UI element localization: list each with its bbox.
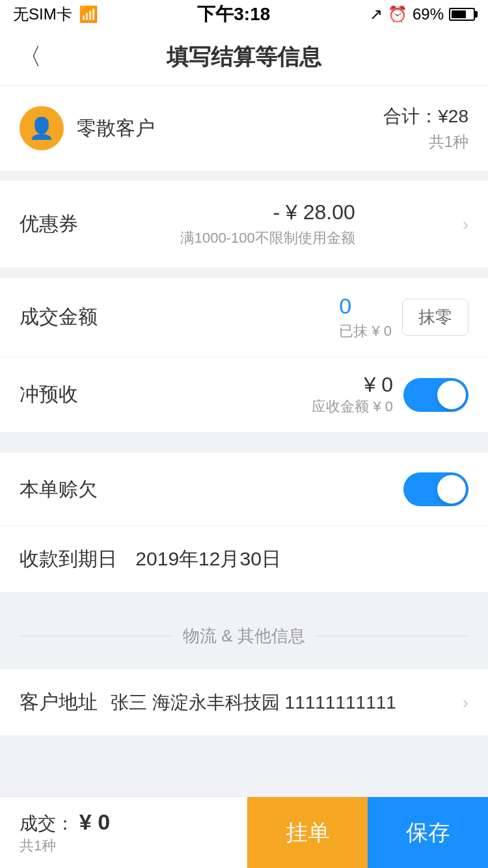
coupon-label: 优惠券 [20,211,78,237]
address-label: 客户地址 [20,689,98,716]
coupon-right: - ¥ 28.00 满1000-100不限制使用金额 [180,200,355,248]
transaction-label: 成交金额 [20,304,98,331]
avatar-icon: 👤 [29,116,55,141]
bottom-summary-count: 共1种 [20,836,228,856]
credit-toggle[interactable] [403,472,468,506]
nav-bar: 〈 填写结算等信息 [0,29,488,86]
due-date-label: 收款到期日 [20,548,117,569]
section-divider-3 [0,603,488,613]
transaction-section: 成交金额 0 已抹 ¥ 0 抹零 冲预收 ¥ 0 应收金额 ¥ 0 [0,278,488,432]
content-area: 👤 零散客户 合计：¥28 共1种 优惠券 - ¥ 28.00 满1000-10… [0,86,488,813]
credit-section: 本单赊欠 收款到期日 2019年12月30日 [0,453,488,592]
toggle-knob [437,381,466,409]
status-time: 下午3:18 [197,2,270,27]
address-chevron-icon: › [463,692,468,713]
transaction-amount-row: 成交金额 0 已抹 ¥ 0 抹零 [0,278,488,357]
section-divider-1 [0,267,488,278]
bottom-summary: 成交： ¥ 0 共1种 [0,809,247,856]
page-title: 填写结算等信息 [167,42,321,72]
round-off-button[interactable]: 抹零 [402,299,468,336]
customer-row: 👤 零散客户 合计：¥28 共1种 [0,86,488,170]
section-divider-2 [0,442,488,453]
transaction-amount-sub: 已抹 ¥ 0 [339,321,392,341]
bottom-summary-label: 成交： [20,813,74,834]
transaction-amount-block: 0 已抹 ¥ 0 [339,293,392,341]
due-date-value: 2019年12月30日 [135,548,280,569]
hang-order-button[interactable]: 挂单 [247,797,368,869]
alarm-icon: ⏰ [388,5,407,23]
advance-label: 冲预收 [20,381,78,408]
logistics-header: 物流 & 其他信息 [0,613,488,659]
chevron-right-icon: › [463,214,468,235]
customer-count: 共1种 [383,131,468,152]
bottom-summary-amount: ¥ 0 [79,809,110,834]
credit-toggle-knob [437,475,466,504]
battery-percent: 69% [413,5,444,23]
advance-toggle-wrap: ¥ 0 应收金额 ¥ 0 [312,373,468,416]
customer-total: 合计：¥28 [383,104,468,129]
wifi-icon: 📶 [79,5,98,23]
advance-toggle[interactable] [403,378,468,412]
save-button[interactable]: 保存 [368,797,488,869]
credit-label: 本单赊欠 [20,476,98,503]
transaction-right: 0 已抹 ¥ 0 抹零 [339,293,468,341]
advance-sub: 应收金额 ¥ 0 [312,397,393,416]
customer-avatar: 👤 [20,106,64,150]
due-date-row: 收款到期日 2019年12月30日 [0,526,488,592]
customer-right: 合计：¥28 共1种 [383,104,468,152]
back-button[interactable]: 〈 [18,41,42,73]
advance-row: 冲预收 ¥ 0 应收金额 ¥ 0 [0,357,488,432]
logistics-line-left [20,636,172,636]
bottom-bar: 成交： ¥ 0 共1种 挂单 保存 [0,796,488,868]
coupon-amount: - ¥ 28.00 [180,200,355,224]
advance-right: ¥ 0 应收金额 ¥ 0 [312,373,393,416]
battery-fill [452,10,466,18]
coupon-row[interactable]: 优惠券 - ¥ 28.00 满1000-100不限制使用金额 › [0,181,488,267]
advance-amount: ¥ 0 [312,373,393,397]
transaction-amount-value: 0 [339,293,392,319]
status-bar-left: 无SIM卡 📶 [13,4,98,25]
coupon-desc: 满1000-100不限制使用金额 [180,228,355,248]
customer-left: 👤 零散客户 [20,106,155,150]
carrier-label: 无SIM卡 [13,4,72,25]
logistics-label: 物流 & 其他信息 [183,625,305,647]
battery-icon [449,8,475,21]
customer-name: 零散客户 [77,115,155,142]
logistics-line-right [316,636,468,636]
status-bar: 无SIM卡 📶 下午3:18 ↗ ⏰ 69% [0,0,488,29]
address-row[interactable]: 客户地址 张三 海淀永丰科技园 11111111111 › [0,670,488,735]
location-icon: ↗ [370,5,383,23]
credit-row: 本单赊欠 [0,453,488,526]
address-content: 张三 海淀永丰科技园 11111111111 [111,690,463,715]
status-bar-right: ↗ ⏰ 69% [370,5,475,23]
